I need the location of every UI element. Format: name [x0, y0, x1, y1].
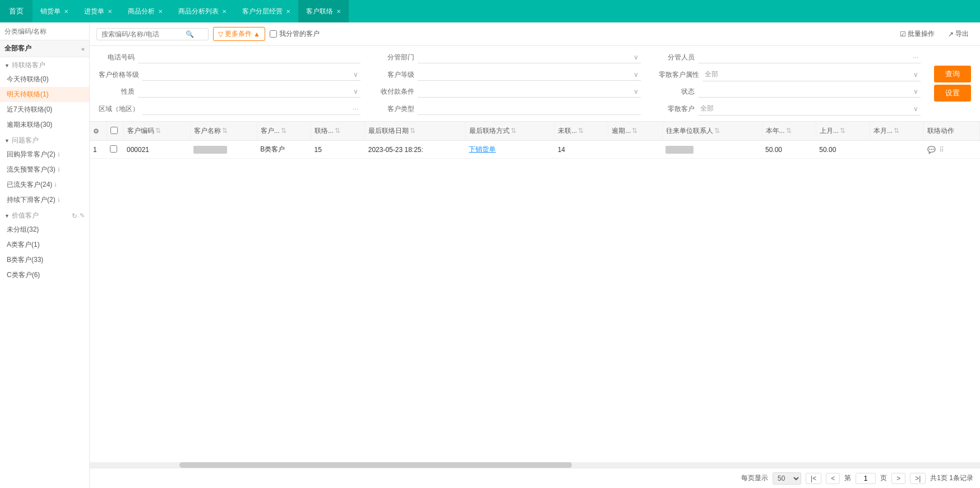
- filter-select-retail-attr[interactable]: 全部 ∨: [702, 68, 921, 81]
- last-page-button[interactable]: >|: [910, 473, 926, 484]
- page-input[interactable]: [856, 473, 876, 484]
- sort-icon[interactable]: ⇅: [410, 127, 415, 135]
- chevron-down-icon: ∨: [353, 71, 358, 79]
- th-this-month: 本月...⇅: [870, 122, 924, 141]
- filter-cell-phone: 电话号码: [99, 52, 360, 63]
- my-customers-checkbox[interactable]: [270, 30, 277, 38]
- th-checkbox[interactable]: [107, 122, 123, 141]
- filter-row-1: 电话号码 分管部门 ∨ 分管人员: [99, 52, 921, 63]
- more-filter-button[interactable]: ▽ 更多条件 ▲: [213, 27, 265, 41]
- filter-cell-payment: 收付款条件 ∨: [378, 86, 640, 98]
- nav-product-analysis[interactable]: 商品分析 ✕: [120, 0, 170, 22]
- select-all-checkbox[interactable]: [110, 127, 118, 134]
- sort-icon[interactable]: ⇅: [894, 127, 899, 135]
- filter-cell-nature: 性质 ∨: [99, 86, 360, 98]
- chevron-down-icon: ∨: [634, 53, 639, 61]
- collapse-icon[interactable]: «: [81, 45, 85, 52]
- sidebar-item-churned[interactable]: 已流失客户(24) ℹ: [0, 177, 89, 192]
- sidebar: 🔍 全部客户 « ▼ 待联络客户 今天待联络(0) 明天待联络(1) 近7天待联…: [0, 22, 90, 488]
- action-icon-2[interactable]: ⠿: [939, 146, 944, 154]
- filter-select-customer-level[interactable]: ∨: [418, 69, 640, 81]
- sort-icon[interactable]: ⇅: [578, 127, 584, 135]
- info-icon: ℹ: [58, 151, 60, 158]
- sort-icon[interactable]: ⇅: [786, 127, 792, 135]
- sidebar-group-value: ▼ 价值客户 ↻ ✎: [0, 208, 89, 222]
- row-checkbox[interactable]: [110, 145, 117, 153]
- scroll-thumb[interactable]: [179, 462, 572, 468]
- filter-input-phone[interactable]: [138, 52, 360, 63]
- page-label: 第: [844, 473, 851, 483]
- query-button[interactable]: 查询: [934, 66, 971, 82]
- filter-dots-region[interactable]: ···: [142, 103, 360, 115]
- next-page-button[interactable]: >: [891, 473, 905, 484]
- sidebar-item-declining[interactable]: 持续下滑客户(2) ℹ: [0, 192, 89, 208]
- nav-customer-contact[interactable]: 客户联络 ✕: [298, 0, 349, 22]
- filter-input-customer-type[interactable]: [418, 103, 640, 115]
- search-button[interactable]: 🔍: [186, 30, 194, 38]
- sidebar-search-input[interactable]: [4, 27, 89, 35]
- info-icon: ℹ: [58, 167, 60, 173]
- close-icon[interactable]: ✕: [336, 8, 341, 15]
- filter-select-nature[interactable]: ∨: [138, 86, 360, 98]
- th-gear[interactable]: ⚙: [90, 122, 107, 141]
- td-checkbox[interactable]: [107, 141, 123, 159]
- sort-icon[interactable]: ⇅: [632, 127, 637, 135]
- sidebar-item-7days[interactable]: 近7天待联络(0): [0, 102, 89, 117]
- sidebar-item-class-a[interactable]: A类客户(1): [0, 237, 89, 252]
- set-button[interactable]: 设置: [934, 85, 971, 102]
- nav-home[interactable]: 首页: [0, 0, 33, 22]
- sidebar-item-class-c[interactable]: C类客户(6): [0, 268, 89, 283]
- checkbox-icon: ☑: [900, 30, 906, 38]
- prev-page-button[interactable]: <: [826, 473, 840, 484]
- sidebar-item-overdue[interactable]: 逾期未联络(30): [0, 117, 89, 132]
- nav-customer-tier[interactable]: 客户分层经营 ✕: [234, 0, 298, 22]
- nav-product-analysis-list[interactable]: 商品分析列表 ✕: [170, 0, 234, 22]
- filter-label-person: 分管人员: [659, 53, 698, 62]
- sidebar-item-ungrouped[interactable]: 未分组(32): [0, 222, 89, 237]
- first-page-button[interactable]: |<: [806, 473, 821, 484]
- chevron-down-icon: ∨: [913, 105, 918, 113]
- close-icon[interactable]: ✕: [108, 8, 112, 15]
- sort-icon[interactable]: ⇅: [222, 127, 228, 135]
- sort-icon[interactable]: ⇅: [281, 127, 286, 135]
- horizontal-scrollbar[interactable]: [90, 462, 980, 468]
- sidebar-item-class-b[interactable]: B类客户(33): [0, 252, 89, 268]
- td-last-method[interactable]: 下销货单: [465, 141, 554, 159]
- filter-select-retail[interactable]: 全部 ∨: [698, 102, 921, 116]
- sort-icon[interactable]: ⇅: [335, 127, 340, 135]
- chevron-up-icon: ▲: [253, 30, 260, 38]
- per-page-select[interactable]: 50 100 200: [773, 472, 801, 485]
- th-contact: 联络...⇅: [311, 122, 364, 141]
- nav-sales-order[interactable]: 销货单 ✕: [33, 0, 76, 22]
- top-nav: 首页 销货单 ✕ 进货单 ✕ 商品分析 ✕ 商品分析列表 ✕ 客户分层经营 ✕ …: [0, 0, 980, 22]
- batch-ops-button[interactable]: ☑ 批量操作: [895, 27, 939, 40]
- close-icon[interactable]: ✕: [222, 8, 226, 15]
- filter-dots-person[interactable]: ···: [698, 52, 921, 63]
- sort-icon[interactable]: ⇅: [840, 127, 845, 135]
- filter-select-price-level[interactable]: ∨: [142, 69, 360, 81]
- search-input[interactable]: [101, 30, 186, 38]
- filter-action-buttons: 查询 设置: [930, 52, 971, 116]
- th-name: 客户名称⇅: [190, 122, 257, 141]
- sidebar-item-today[interactable]: 今天待联络(0): [0, 72, 89, 87]
- action-icon-1[interactable]: 💬: [927, 146, 936, 154]
- sidebar-item-tomorrow[interactable]: 明天待联络(1): [0, 87, 89, 102]
- sidebar-item-churn-warning[interactable]: 流失预警客户(3) ℹ: [0, 162, 89, 177]
- sort-icon[interactable]: ⇅: [511, 127, 516, 135]
- sidebar-item-repurchase-abnormal[interactable]: 回购异常客户(2) ℹ: [0, 147, 89, 162]
- close-icon[interactable]: ✕: [64, 8, 68, 15]
- refresh-icon[interactable]: ↻: [72, 212, 77, 220]
- filter-select-dept[interactable]: ∨: [418, 52, 640, 63]
- export-button[interactable]: ↗ 导出: [944, 27, 973, 40]
- close-icon[interactable]: ✕: [158, 8, 163, 15]
- nav-purchase-order[interactable]: 进货单 ✕: [76, 0, 120, 22]
- last-method-link[interactable]: 下销货单: [469, 145, 496, 153]
- sort-icon[interactable]: ⇅: [714, 127, 720, 135]
- filter-cell-customer-type: 客户类型: [378, 103, 640, 115]
- filter-select-status[interactable]: ∨: [698, 86, 921, 98]
- edit-icon[interactable]: ✎: [80, 212, 85, 219]
- close-icon[interactable]: ✕: [286, 8, 290, 15]
- sort-icon[interactable]: ⇅: [155, 127, 161, 135]
- filter-select-payment[interactable]: ∨: [418, 86, 640, 98]
- sidebar-all-customers-header[interactable]: 全部客户 «: [0, 40, 89, 57]
